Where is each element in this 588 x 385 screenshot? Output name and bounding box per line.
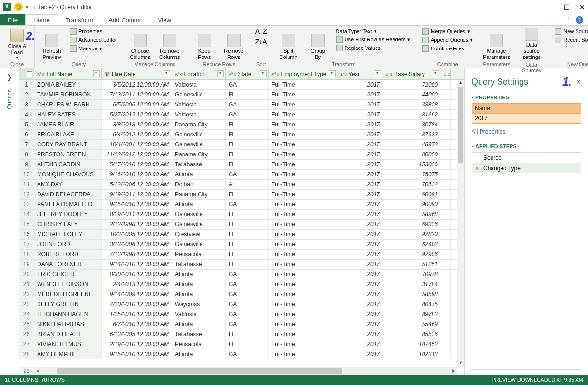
- cell-state[interactable]: GA: [226, 349, 269, 359]
- vertical-scrollbar[interactable]: ▲ ▼: [457, 80, 464, 367]
- cell-full-name[interactable]: AMY HEMPHILL: [34, 349, 102, 359]
- cell-year[interactable]: 2017: [337, 309, 383, 319]
- table-row[interactable]: 4HALEY BATES5/27/2012 12:00:00 AMValdost…: [19, 110, 457, 120]
- cell-state[interactable]: FL: [226, 250, 269, 259]
- cell-location[interactable]: Panama City: [172, 150, 226, 159]
- row-number[interactable]: 14: [19, 210, 34, 219]
- qat-dropdown-icon[interactable]: ▾: [26, 4, 28, 10]
- cell-full-name[interactable]: MONIQUE CHAVOUS: [34, 170, 102, 179]
- cell-year[interactable]: 2017: [337, 329, 383, 339]
- help-icon[interactable]: ?: [576, 16, 583, 24]
- queries-sidebar[interactable]: ❯ Queries: [0, 68, 19, 375]
- filter-icon[interactable]: [93, 70, 100, 77]
- applied-steps-header[interactable]: APPLIED STEPS: [472, 144, 581, 149]
- smiley-icon[interactable]: [14, 3, 23, 11]
- row-number[interactable]: 1: [19, 80, 34, 89]
- cell-partial[interactable]: [441, 329, 451, 339]
- row-number[interactable]: 15: [19, 220, 34, 229]
- keep-rows-button[interactable]: Keep Rows: [191, 28, 218, 60]
- select-all-corner[interactable]: [19, 68, 34, 79]
- table-row[interactable]: 14JEFFREY DOOLEY8/29/2011 12:00:00 AMGai…: [19, 210, 457, 220]
- table-row[interactable]: 9ALEXIS CARDIN5/17/2010 12:00:00 AMTalla…: [19, 160, 457, 170]
- cell-partial[interactable]: [441, 339, 451, 349]
- cell-hire-date[interactable]: 11/12/2012 12:00:00 AM: [102, 150, 172, 159]
- cell-hire-date[interactable]: 3/13/2006 12:00:00 AM: [102, 240, 172, 249]
- row-number[interactable]: 17: [19, 240, 34, 249]
- cell-year[interactable]: 2017: [337, 230, 383, 239]
- cell-base-salary[interactable]: 92906: [383, 250, 441, 259]
- col-year[interactable]: 1²3Year: [337, 68, 383, 79]
- row-number[interactable]: 22: [19, 289, 34, 299]
- table-row[interactable]: 8PRESTON BREEN11/12/2012 12:00:00 AMPana…: [19, 150, 457, 160]
- cell-hire-date[interactable]: 2/12/1998 12:00:00 AM: [102, 220, 172, 229]
- cell-full-name[interactable]: PAMELA DEMATTEO: [34, 200, 102, 209]
- cell-location[interactable]: Valdosta: [172, 110, 226, 119]
- cell-state[interactable]: FL: [226, 210, 269, 219]
- cell-base-salary[interactable]: 55469: [383, 319, 441, 329]
- row-29-num[interactable]: 29: [19, 367, 34, 375]
- cell-location[interactable]: Panama City: [172, 190, 226, 199]
- cell-partial[interactable]: [441, 319, 451, 329]
- cell-year[interactable]: 2017: [337, 150, 383, 159]
- filter-icon[interactable]: [433, 70, 439, 77]
- cell-full-name[interactable]: KELLY GRIFFIN: [34, 299, 102, 309]
- cell-year[interactable]: 2017: [337, 130, 383, 139]
- cell-base-salary[interactable]: 44000: [383, 90, 441, 99]
- cell-employment-type[interactable]: Full-Time: [269, 270, 337, 279]
- table-row[interactable]: 6ERICA BLAKE6/4/2012 12:00:00 AMGainesvi…: [19, 130, 457, 140]
- cell-full-name[interactable]: BRIAN D HEATH: [34, 329, 102, 339]
- table-row[interactable]: 24LEIGHANN HAGEN1/25/2010 12:00:00 AMVal…: [19, 309, 457, 319]
- cell-location[interactable]: Tallahasse: [172, 260, 226, 269]
- replace-values-button[interactable]: Replace Values: [334, 44, 412, 52]
- table-row[interactable]: 20ERIC GEIGER8/30/2010 12:00:00 AMAtlant…: [19, 270, 457, 279]
- cell-year[interactable]: 2017: [337, 250, 383, 259]
- cell-location[interactable]: Pensacola: [172, 250, 226, 259]
- scroll-thumb[interactable]: [458, 87, 463, 163]
- step-changed-type[interactable]: ✕Changed Type: [472, 163, 581, 173]
- row-number[interactable]: 10: [19, 170, 34, 179]
- table-row[interactable]: 10MONIQUE CHAVOUS9/16/2010 12:00:00 AMAt…: [19, 170, 457, 180]
- row-number[interactable]: 13: [19, 200, 34, 209]
- cell-location[interactable]: Valdosta: [172, 309, 226, 319]
- cell-hire-date[interactable]: 1/25/2010 12:00:00 AM: [102, 309, 172, 319]
- cell-base-salary[interactable]: 80475: [383, 299, 441, 309]
- cell-base-salary[interactable]: 81662: [383, 110, 441, 119]
- cell-state[interactable]: FL: [226, 140, 269, 149]
- cell-employment-type[interactable]: Full-Time: [269, 210, 337, 219]
- filter-icon[interactable]: [217, 70, 224, 77]
- manage-button[interactable]: Manage ▾: [68, 45, 119, 52]
- cell-employment-type[interactable]: Full-Time: [269, 120, 337, 129]
- close-settings-button[interactable]: ✕: [576, 78, 581, 86]
- cell-base-salary[interactable]: 153036: [383, 160, 441, 169]
- data-source-settings-button[interactable]: Data source settings: [518, 28, 545, 61]
- cell-hire-date[interactable]: 6/5/2006 12:00:00 AM: [102, 100, 172, 109]
- cell-employment-type[interactable]: Full-Time: [269, 319, 337, 329]
- cell-hire-date[interactable]: 9/14/2009 12:00:00 AM: [102, 289, 172, 299]
- cell-hire-date[interactable]: 5/22/2006 12:00:00 AM: [102, 180, 172, 189]
- cell-state[interactable]: AL: [226, 180, 269, 189]
- cell-year[interactable]: 2017: [337, 289, 383, 299]
- cell-full-name[interactable]: NIKKI HALIPILIAS: [34, 319, 102, 329]
- cell-year[interactable]: 2017: [337, 220, 383, 229]
- cell-employment-type[interactable]: Full-Time: [269, 329, 337, 339]
- cell-year[interactable]: 2017: [337, 319, 383, 329]
- properties-button[interactable]: Properties: [68, 28, 119, 35]
- cell-state[interactable]: GA: [226, 319, 269, 329]
- row-number[interactable]: 12: [19, 190, 34, 199]
- table-row[interactable]: 22MEREDITH GREENE9/14/2009 12:00:00 AMAt…: [19, 289, 457, 299]
- cell-full-name[interactable]: AMY DAY: [34, 180, 102, 189]
- cell-partial[interactable]: [441, 250, 451, 259]
- cell-hire-date[interactable]: 10/3/2005 12:00:00 AM: [102, 230, 172, 239]
- cell-full-name[interactable]: ERIC GEIGER: [34, 270, 102, 279]
- cell-full-name[interactable]: JAMES BLAIR: [34, 120, 102, 129]
- cell-employment-type[interactable]: Full-Time: [269, 80, 337, 89]
- properties-header[interactable]: PROPERTIES: [472, 95, 581, 100]
- cell-location[interactable]: Pensacola: [172, 339, 226, 349]
- remove-columns-button[interactable]: Remove Columns: [156, 28, 183, 60]
- cell-base-salary[interactable]: 75075: [383, 170, 441, 179]
- cell-hire-date[interactable]: 8/30/2010 12:00:00 AM: [102, 270, 172, 279]
- cell-base-salary[interactable]: 48972: [383, 140, 441, 149]
- row-number[interactable]: 21: [19, 279, 34, 289]
- cell-hire-date[interactable]: 5/17/2010 12:00:00 AM: [102, 160, 172, 169]
- cell-partial[interactable]: [441, 270, 451, 279]
